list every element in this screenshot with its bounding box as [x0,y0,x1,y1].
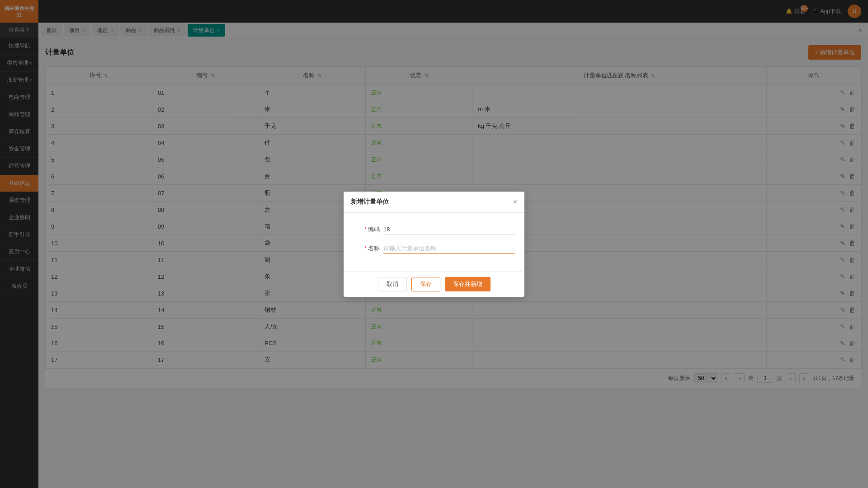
add-unit-modal: 新增计量单位 × 编码 名称 取消 保存 保存并新增 [344,192,524,297]
modal-body: 编码 名称 [344,213,524,271]
modal-header: 新增计量单位 × [344,192,524,213]
save-and-new-button[interactable]: 保存并新增 [445,277,491,291]
modal-close-btn[interactable]: × [513,198,517,206]
code-label: 编码 [353,225,380,234]
modal-overlay[interactable]: 新增计量单位 × 编码 名称 取消 保存 保存并新增 [0,0,868,488]
modal-title: 新增计量单位 [351,198,389,206]
code-form-row: 编码 [353,224,515,235]
name-form-row: 名称 [353,243,515,254]
save-button[interactable]: 保存 [411,277,440,291]
name-input[interactable] [383,243,515,254]
name-label: 名称 [353,244,380,253]
cancel-button[interactable]: 取消 [378,277,407,291]
code-input[interactable] [383,224,515,235]
modal-footer: 取消 保存 保存并新增 [344,271,524,297]
